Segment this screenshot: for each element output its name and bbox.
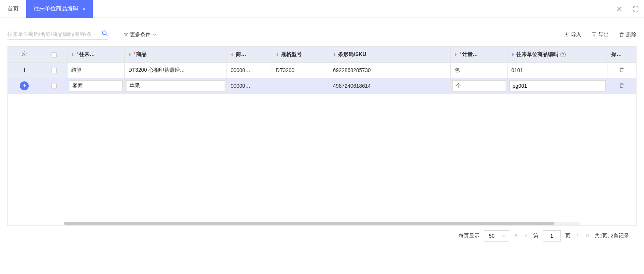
first-page-icon[interactable] xyxy=(514,233,519,239)
trash-icon xyxy=(619,32,625,38)
per-page-value: 50 xyxy=(489,233,495,239)
cell-partner-product-code[interactable]: 0101 xyxy=(507,62,607,78)
svg-point-2 xyxy=(102,31,106,35)
column-barcode[interactable]: ▲▼ 条形码/SKU xyxy=(329,47,450,62)
sort-icon: ▲▼ xyxy=(71,53,74,56)
column-select-all[interactable] xyxy=(41,47,67,62)
delete-row-icon[interactable] xyxy=(619,68,625,74)
column-partner[interactable]: ▲▼ *往来… xyxy=(67,47,124,62)
required-star-icon: * xyxy=(76,51,78,57)
last-page-icon[interactable] xyxy=(585,233,590,239)
row-index: 1 xyxy=(8,62,41,78)
cell-product-code: 00000… xyxy=(227,78,272,94)
import-icon xyxy=(563,32,569,38)
search-icon[interactable] xyxy=(101,30,108,38)
import-button[interactable]: 导入 xyxy=(563,31,581,38)
column-product-code-label: 商… xyxy=(236,51,246,57)
sort-icon: ▲▼ xyxy=(276,53,279,56)
row-checkbox[interactable] xyxy=(51,68,57,73)
table-header-row: ▲▼ *往来… ▲▼ *商品 ▲▼ 商… ▲▼ 规格型号 ▲▼ 条形码/SK xyxy=(8,47,636,62)
add-row-icon[interactable]: + xyxy=(20,81,29,90)
tab-bar: 首页 往来单位商品编码 × xyxy=(0,0,644,18)
page-label-suffix: 页 xyxy=(565,233,570,239)
cell-product-code: 00000… xyxy=(227,62,272,78)
column-partner-label: 往来… xyxy=(79,51,95,57)
column-operation-label: 操… xyxy=(611,51,622,57)
close-icon[interactable] xyxy=(614,4,625,14)
column-unit[interactable]: ▲▼ *计量… xyxy=(450,47,507,62)
pagination: 每页显示 50 第 页 共1页, 2条记录 xyxy=(7,226,637,246)
column-spec[interactable]: ▲▼ 规格型号 xyxy=(272,47,329,62)
delete-row-icon[interactable] xyxy=(619,84,625,90)
select-all-checkbox[interactable] xyxy=(51,52,57,57)
delete-label: 删除 xyxy=(626,31,637,38)
pagination-summary: 共1页, 2条记录 xyxy=(594,233,629,239)
column-product[interactable]: ▲▼ *商品 xyxy=(124,47,226,62)
cell-spec: DT3200 xyxy=(272,62,329,78)
export-button[interactable]: 导出 xyxy=(591,31,609,38)
column-settings[interactable] xyxy=(8,47,41,62)
fullscreen-icon[interactable] xyxy=(631,4,641,14)
cell-barcode: 6922868285730 xyxy=(329,62,450,78)
more-conditions-label: 更多条件 xyxy=(130,31,151,38)
sort-icon: ▲▼ xyxy=(454,53,457,56)
export-icon xyxy=(591,32,597,38)
column-partner-product-code[interactable]: ▲▼ 往来单位商品编码 ? xyxy=(507,47,607,62)
per-page-label: 每页显示 xyxy=(459,233,479,239)
data-table: ▲▼ *往来… ▲▼ *商品 ▲▼ 商… ▲▼ 规格型号 ▲▼ 条形码/SK xyxy=(7,46,637,226)
tab-current-label: 往来单位商品编码 xyxy=(34,5,78,12)
sort-icon: ▲▼ xyxy=(512,53,515,56)
cell-spec xyxy=(272,78,329,94)
sort-icon: ▲▼ xyxy=(128,53,131,56)
column-barcode-label: 条形码/SKU xyxy=(338,51,366,57)
tab-partner-product-code[interactable]: 往来单位商品编码 × xyxy=(26,0,93,18)
unit-input[interactable] xyxy=(452,80,506,91)
column-spec-label: 规格型号 xyxy=(281,51,302,57)
close-tab-icon[interactable]: × xyxy=(82,6,85,12)
search-wrapper xyxy=(7,30,108,40)
partner-product-code-input[interactable] xyxy=(509,80,606,91)
sort-icon: ▲▼ xyxy=(333,53,336,56)
delete-button[interactable]: 删除 xyxy=(619,31,637,38)
cell-unit[interactable]: 包 xyxy=(450,62,507,78)
page-input[interactable] xyxy=(543,230,561,242)
chevron-down-icon xyxy=(152,32,157,37)
partner-input[interactable] xyxy=(69,80,123,91)
tab-home[interactable]: 首页 xyxy=(0,0,26,18)
svg-line-3 xyxy=(106,34,107,36)
next-page-icon[interactable] xyxy=(575,233,580,239)
cell-product[interactable]: DT3200 心相印茶语经… xyxy=(124,62,226,78)
table-empty-area xyxy=(8,94,636,221)
horizontal-scrollbar[interactable] xyxy=(8,221,636,225)
required-star-icon: * xyxy=(459,51,461,57)
export-label: 导出 xyxy=(598,31,609,38)
cell-barcode: 4987240618614 xyxy=(329,78,450,94)
sort-icon: ▲▼ xyxy=(231,53,234,56)
svg-point-4 xyxy=(24,53,25,55)
column-partner-product-code-label: 往来单位商品编码 xyxy=(516,51,558,57)
column-product-code[interactable]: ▲▼ 商… xyxy=(227,47,272,62)
page-label-prefix: 第 xyxy=(533,233,538,239)
search-input[interactable] xyxy=(7,31,101,37)
cell-partner[interactable]: 结算 xyxy=(67,62,124,78)
table-row[interactable]: + 00000… 4987240618614 xyxy=(8,78,636,94)
tab-home-label: 首页 xyxy=(7,5,19,12)
required-star-icon: * xyxy=(134,51,135,57)
toolbar: 更多条件 导入 导出 删除 xyxy=(0,24,644,43)
per-page-select[interactable]: 50 xyxy=(484,230,509,242)
product-input[interactable] xyxy=(126,80,225,91)
more-conditions-button[interactable]: 更多条件 xyxy=(123,31,157,38)
row-checkbox[interactable] xyxy=(51,84,57,89)
column-product-label: 商品 xyxy=(136,51,147,57)
chevron-down-icon xyxy=(501,234,506,238)
column-operation: 操… xyxy=(607,47,636,62)
help-icon[interactable]: ? xyxy=(560,52,566,57)
prev-page-icon[interactable] xyxy=(523,233,529,239)
import-label: 导入 xyxy=(571,31,581,38)
gear-icon xyxy=(21,51,27,57)
filter-icon xyxy=(123,32,128,37)
table-row[interactable]: 1 结算 DT3200 心相印茶语经… 00000… DT3200 692286… xyxy=(8,62,636,78)
column-unit-label: 计量… xyxy=(462,51,478,57)
